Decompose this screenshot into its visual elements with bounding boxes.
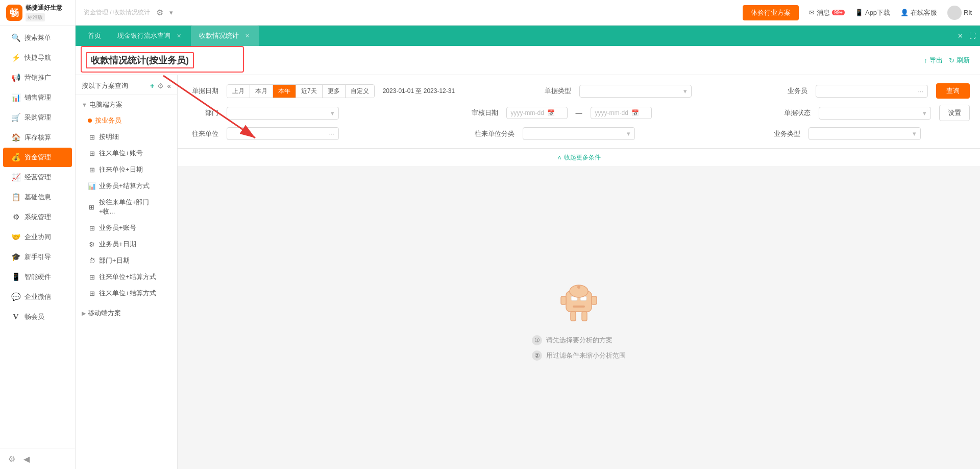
close-tab-icon[interactable]: ✕ <box>958 32 963 40</box>
review-date-from[interactable]: yyyy-mm-dd 📅 <box>506 107 568 119</box>
export-icon: ↑ <box>924 57 928 64</box>
smarthw-icon: 📱 <box>11 272 20 282</box>
scheme-settings-icon[interactable]: ⚙ <box>157 82 164 90</box>
scheme-item-partner-dept[interactable]: ⊞ 按往来单位+部门+收... <box>76 194 177 220</box>
online-service-button[interactable]: 👤 在线客服 <box>900 8 937 17</box>
date-tab-this-year[interactable]: 本年 <box>273 85 296 98</box>
sidebar-item-operations[interactable]: 📈 经营管理 <box>3 168 72 187</box>
svg-rect-3 <box>573 306 585 308</box>
sidebar-item-inventory[interactable]: 🏠 库存核算 <box>3 128 72 147</box>
sidebar-item-vip[interactable]: V 畅会员 <box>3 307 72 326</box>
user-name: Rit <box>964 9 972 16</box>
empty-hint: ① 请先选择要分析的方案 ② 用过滤条件来缩小分析范围 <box>532 276 626 361</box>
add-scheme-icon[interactable]: + <box>150 82 154 90</box>
mobile-scheme-group: ▶ 移动端方案 <box>76 303 177 323</box>
sidebar-item-basicinfo[interactable]: 📋 基础信息 <box>3 187 72 207</box>
panel-header-icons: + ⚙ « <box>150 82 171 90</box>
date-tab-this-month[interactable]: 本月 <box>250 85 273 98</box>
message-button[interactable]: ✉ 消息 99+ <box>809 8 845 17</box>
scheme-item-salesperson-account[interactable]: ⊞ 业务员+账号 <box>76 220 177 236</box>
scheme-item-partner-date[interactable]: ⊞ 往来单位+日期 <box>76 161 177 178</box>
scheme-item-by-detail[interactable]: ⊞ 按明细 <box>76 129 177 145</box>
salesperson-more[interactable]: ··· <box>918 87 923 95</box>
svg-rect-4 <box>561 296 566 304</box>
message-icon: ✉ <box>809 9 815 16</box>
scheme-item-salesperson-settlement[interactable]: 📊 业务员+结算方式 <box>76 178 177 194</box>
sidebar-item-smarthw[interactable]: 📱 智能硬件 <box>3 267 72 287</box>
sidebar-item-system[interactable]: ⚙ 系统管理 <box>3 207 72 227</box>
sidebar-item-purchase[interactable]: 🛒 采购管理 <box>3 108 72 127</box>
date-tab-custom[interactable]: 自定义 <box>346 85 374 98</box>
scheme-item-salesperson-date[interactable]: ⚙ 业务员+日期 <box>76 236 177 252</box>
settings-button[interactable]: 设置 <box>939 105 970 121</box>
date-tab-more[interactable]: 更多 <box>323 85 346 98</box>
date-tab-last-7[interactable]: 近7天 <box>296 85 323 98</box>
business-type-select[interactable]: ▾ <box>808 127 921 140</box>
collapse-more-conditions[interactable]: ∧ 收起更多条件 <box>178 149 980 166</box>
tab-bank-flow[interactable]: 现金银行流水查询 ✕ <box>109 26 191 46</box>
sidebar-item-finance[interactable]: 💰 资金管理 <box>3 148 72 167</box>
doc-status-select[interactable]: ▾ <box>819 107 931 120</box>
tab-close-bank-flow[interactable]: ✕ <box>175 32 183 40</box>
review-date-to[interactable]: yyyy-mm-dd 📅 <box>591 107 652 119</box>
doc-type-arrow: ▾ <box>683 87 687 95</box>
scheme-item-partner-account[interactable]: ⊞ 往来单位+账号 <box>76 145 177 161</box>
sidebar-item-search[interactable]: 🔍 搜索菜单 <box>3 28 72 48</box>
settings-footer-icon[interactable]: ⚙ <box>8 454 15 464</box>
dept-select[interactable]: ▾ <box>227 107 339 120</box>
left-panel: 按以下方案查询 + ⚙ « ▼ 电脑端方案 按业务员 ⊞ <box>76 75 178 469</box>
scheme-item-partner-settlement2[interactable]: ⊞ 往来单位+结算方式 <box>76 285 177 301</box>
mobile-group-arrow: ▶ <box>82 310 86 317</box>
mobile-group-header[interactable]: ▶ 移动端方案 <box>76 306 177 321</box>
active-scheme-dot <box>88 119 92 123</box>
scheme-item-partner-settlement1[interactable]: ⊞ 往来单位+结算方式 <box>76 269 177 285</box>
sidebar-item-enterprise[interactable]: 🤝 企业协同 <box>3 227 72 247</box>
sidebar-item-sales[interactable]: 📊 销售管理 <box>3 88 72 107</box>
salesperson-label: 业务员 <box>777 86 807 96</box>
item-icon-salesperson-settlement: 📊 <box>88 182 96 190</box>
refresh-icon: ↻ <box>949 57 954 64</box>
scheme-item-by-salesperson[interactable]: 按业务员 <box>76 112 177 129</box>
tab-receipt-stat[interactable]: 收款情况统计 ✕ <box>191 26 259 46</box>
sidebar-item-wechat[interactable]: 💬 企业微信 <box>3 287 72 307</box>
collapse-sidebar-icon[interactable]: ◀ <box>23 454 30 464</box>
edition-badge: 标准版 <box>26 13 45 21</box>
user-profile[interactable]: Rit <box>947 6 972 20</box>
salesperson-select[interactable]: ··· <box>816 85 928 98</box>
collapse-panel-icon[interactable]: « <box>167 82 171 90</box>
scheme-item-dept-date[interactable]: ⏱ 部门+日期 <box>76 252 177 269</box>
doc-status-label: 单据状态 <box>780 108 811 118</box>
refresh-button[interactable]: ↻ 刷新 <box>949 56 970 65</box>
export-button[interactable]: ↑ 导出 <box>924 56 943 65</box>
sidebar-item-quicknav[interactable]: ⚡ 快捷导航 <box>3 48 72 67</box>
partner-select[interactable]: ··· <box>227 127 339 140</box>
basicinfo-icon: 📋 <box>11 193 20 202</box>
doc-type-select[interactable]: ▾ <box>579 85 692 98</box>
topbar-settings-icon[interactable]: ⚙ <box>156 8 163 17</box>
content-body: 按以下方案查询 + ⚙ « ▼ 电脑端方案 按业务员 ⊞ <box>76 75 980 469</box>
finance-icon: 💰 <box>11 153 20 162</box>
topbar-dropdown-icon[interactable]: ▾ <box>169 9 173 16</box>
fullscreen-icon[interactable]: ⛶ <box>969 32 976 40</box>
date-tab-last-month[interactable]: 上月 <box>227 85 250 98</box>
sidebar-item-marketing[interactable]: 📢 营销推广 <box>3 68 72 87</box>
filter-row-1: 单据日期 上月 本月 本年 近7天 更多 自定义 2023-01-01 至 20… <box>188 83 970 99</box>
date-range-display: 2023-01-01 至 2023-12-31 <box>383 87 455 96</box>
sidebar: 畅 畅捷通好生意 标准版 🔍 搜索菜单 ⚡ 快捷导航 📢 营销推广 📊 销售管理… <box>0 0 76 469</box>
svg-point-9 <box>577 286 580 289</box>
partner-more[interactable]: ··· <box>329 130 334 137</box>
right-panel: 单据日期 上月 本月 本年 近7天 更多 自定义 2023-01-01 至 20… <box>178 75 980 469</box>
item-icon-salesperson-date: ⚙ <box>88 240 96 248</box>
query-button[interactable]: 查询 <box>936 83 970 99</box>
calendar-icon-to: 📅 <box>631 109 639 116</box>
sidebar-item-beginner[interactable]: 🎓 新手引导 <box>3 247 72 267</box>
trial-button[interactable]: 体验行业方案 <box>743 5 799 20</box>
dept-label: 部门 <box>188 108 218 118</box>
tab-home[interactable]: 首页 <box>80 26 109 46</box>
desktop-group-header[interactable]: ▼ 电脑端方案 <box>76 97 177 112</box>
partner-category-select[interactable]: ▾ <box>523 127 635 140</box>
app-download-button[interactable]: 📱 App下载 <box>855 8 890 17</box>
tab-close-receipt-stat[interactable]: ✕ <box>243 32 251 40</box>
hint-step-1: ① 请先选择要分析的方案 <box>532 335 626 345</box>
filter-row-3: 往来单位 ··· 往来单位分类 ▾ 业务类型 ▾ <box>188 127 970 140</box>
